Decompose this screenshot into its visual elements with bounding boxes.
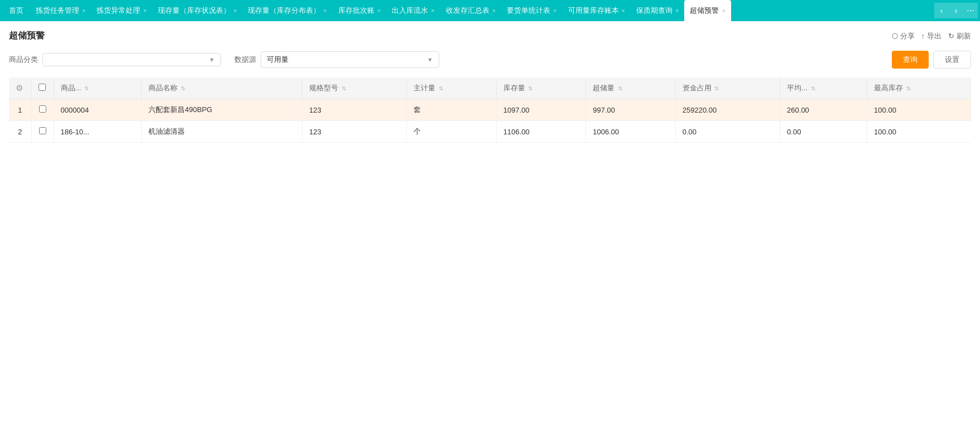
nav-tab-1[interactable]: 拣货异常处理 × [91, 0, 152, 21]
stock-2: 1106.00 [496, 121, 585, 143]
close-tab-4[interactable]: × [377, 7, 381, 14]
close-tab-3[interactable]: × [323, 7, 326, 14]
close-tab-6[interactable]: × [492, 7, 496, 14]
checkbox-cell-2 [31, 121, 54, 143]
page-content: 超储预警 ⬡ 分享 ↑ 导出 ↻ 刷新 商品分类 ▼ 数据源 [0, 21, 980, 446]
category-label: 商品分类 [9, 55, 38, 65]
max-stock-2: 100.00 [867, 121, 971, 143]
nav-tab-6[interactable]: 收发存汇总表 × [440, 0, 501, 21]
export-button[interactable]: ↑ 导出 [921, 31, 942, 41]
th-capital-usage[interactable]: 资金占用 ⇅ [675, 77, 780, 99]
over-storage-1: 997.00 [586, 99, 675, 121]
spec-2: 123 [302, 121, 406, 143]
nav-tab-7[interactable]: 要货单统计表 × [501, 0, 562, 21]
th-product-name[interactable]: 商品名称 ⇅ [142, 77, 302, 99]
avg-2: 0.00 [780, 121, 867, 143]
close-tab-7[interactable]: × [553, 7, 556, 14]
header-actions: ⬡ 分享 ↑ 导出 ↻ 刷新 [892, 31, 972, 41]
th-checkbox [31, 77, 54, 99]
category-select[interactable]: ▼ [42, 53, 221, 66]
row-checkbox-2[interactable] [39, 127, 46, 134]
datasource-label: 数据源 [234, 55, 256, 65]
th-spec[interactable]: 规格型号 ⇅ [302, 77, 406, 99]
th-max-stock[interactable]: 最高库存 ⇅ [867, 77, 971, 99]
nav-arrow-left[interactable]: ‹ [934, 3, 949, 18]
table-header: ⚙ 商品... ⇅ 商品名称 ⇅ 规格型号 ⇅ 主计量 [9, 77, 971, 99]
export-icon: ↑ [921, 32, 925, 40]
capital-usage-1: 259220.00 [675, 99, 780, 121]
sort-icon-3: ⇅ [342, 85, 346, 91]
th-gear[interactable]: ⚙ [9, 77, 31, 99]
share-button[interactable]: ⬡ 分享 [892, 31, 915, 41]
filter-datasource: 数据源 可用量 ▼ [234, 51, 439, 68]
product-code-1: 0000004 [54, 99, 142, 121]
close-tab-5[interactable]: × [431, 7, 434, 14]
nav-arrows: ‹ › ⋯ [934, 3, 978, 18]
nav-tab-0[interactable]: 拣货任务管理 × [30, 0, 91, 21]
th-unit[interactable]: 主计量 ⇅ [407, 77, 496, 99]
unit-1: 套 [407, 99, 496, 121]
filter-category: 商品分类 ▼ [9, 53, 221, 66]
nav-home[interactable]: 首页 [2, 6, 30, 16]
row-num-2: 2 [9, 121, 31, 143]
nav-tab-3[interactable]: 现存量（库存分布表） × [242, 0, 332, 21]
product-name-2: 机油滤清器 [142, 121, 302, 143]
nav-tab-8[interactable]: 可用量库存账本 × [563, 0, 631, 21]
nav-tab-4[interactable]: 库存批次账 × [333, 0, 386, 21]
close-tab-8[interactable]: × [622, 7, 625, 14]
th-over-storage[interactable]: 超储量 ⇅ [586, 77, 675, 99]
close-tab-1[interactable]: × [143, 7, 146, 14]
table-header-row: ⚙ 商品... ⇅ 商品名称 ⇅ 规格型号 ⇅ 主计量 [9, 77, 971, 99]
sort-icon-5: ⇅ [528, 85, 532, 91]
stock-1: 1097.00 [496, 99, 585, 121]
table-row: 2 186-10... 机油滤清器 123 个 1106.00 1006.00 … [9, 121, 971, 143]
refresh-button[interactable]: ↻ 刷新 [948, 31, 971, 41]
nav-tab-5[interactable]: 出入库流水 × [386, 0, 440, 21]
nav-arrow-more[interactable]: ⋯ [963, 3, 978, 18]
row-checkbox-1[interactable] [39, 105, 46, 113]
sort-icon-6: ⇅ [618, 85, 622, 91]
close-tab-0[interactable]: × [82, 7, 85, 14]
datasource-value: 可用量 [267, 55, 289, 65]
checkbox-cell-1 [31, 99, 54, 121]
gear-icon[interactable]: ⚙ [16, 83, 23, 93]
page-header: 超储预警 ⬡ 分享 ↑ 导出 ↻ 刷新 [9, 30, 971, 42]
avg-1: 260.00 [780, 99, 867, 121]
sort-icon-9: ⇅ [906, 85, 911, 91]
sort-icon-8: ⇅ [811, 85, 815, 91]
close-tab-9[interactable]: × [675, 7, 679, 14]
nav-tab-10[interactable]: 超储预警 × [684, 0, 731, 21]
product-name-1: 六配套新昌490BPG [142, 99, 302, 121]
datasource-select[interactable]: 可用量 ▼ [261, 51, 439, 68]
th-product-code[interactable]: 商品... ⇅ [54, 77, 142, 99]
sort-icon-7: ⇅ [714, 85, 719, 91]
sort-icon: ⇅ [84, 85, 89, 91]
capital-usage-2: 0.00 [675, 121, 780, 143]
chevron-down-icon: ▼ [209, 56, 215, 63]
product-code-2: 186-10... [54, 121, 142, 143]
table-body: 1 0000004 六配套新昌490BPG 123 套 1097.00 997.… [9, 99, 971, 143]
query-button[interactable]: 查询 [892, 51, 929, 69]
nav-tab-9[interactable]: 保质期查询 × [631, 0, 684, 21]
refresh-icon: ↻ [948, 32, 954, 40]
th-stock[interactable]: 库存量 ⇅ [496, 77, 585, 99]
chevron-down-icon-2: ▼ [427, 56, 433, 63]
share-icon: ⬡ [892, 32, 898, 40]
over-storage-2: 1006.00 [586, 121, 675, 143]
close-tab-10[interactable]: × [722, 7, 725, 14]
page-title: 超储预警 [9, 30, 45, 42]
max-stock-1: 100.00 [867, 99, 971, 121]
unit-2: 个 [407, 121, 496, 143]
nav-arrow-right[interactable]: › [949, 3, 963, 18]
spec-1: 123 [302, 99, 406, 121]
filter-actions: 查询 设置 [892, 51, 971, 69]
th-avg[interactable]: 平均... ⇅ [780, 77, 867, 99]
select-all-checkbox[interactable] [39, 84, 46, 91]
data-table: ⚙ 商品... ⇅ 商品名称 ⇅ 规格型号 ⇅ 主计量 [9, 77, 971, 143]
top-nav: 首页 拣货任务管理 × 拣货异常处理 × 现存量（库存状况表） × 现存量（库存… [0, 0, 980, 21]
sort-icon-4: ⇅ [439, 85, 443, 91]
nav-tab-2[interactable]: 现存量（库存状况表） × [152, 0, 242, 21]
settings-button[interactable]: 设置 [933, 51, 971, 69]
table-row: 1 0000004 六配套新昌490BPG 123 套 1097.00 997.… [9, 99, 971, 121]
close-tab-2[interactable]: × [233, 7, 237, 14]
